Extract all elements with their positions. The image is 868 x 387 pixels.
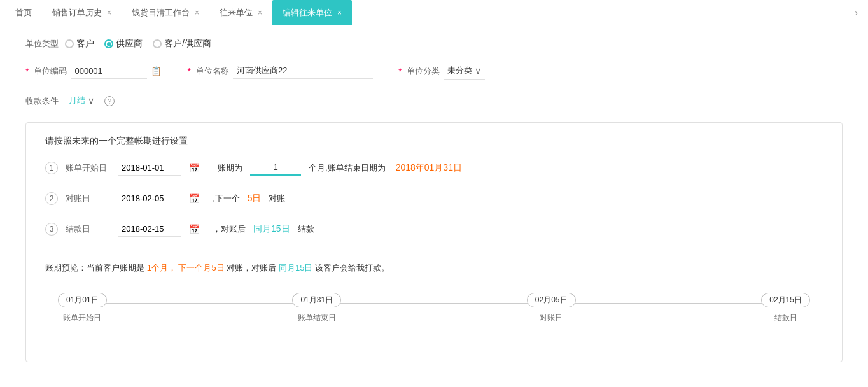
unit-category-label: 单位分类 — [407, 66, 440, 77]
unit-type-radio-group: 客户 供应商 客户/供应商 — [65, 38, 211, 50]
timeline-sub-3: 对账日 — [540, 313, 563, 323]
payment-terms-label: 收款条件 — [25, 95, 59, 107]
tab-sales-history[interactable]: 销售订单历史 × — [42, 0, 122, 25]
close-partner[interactable]: × — [258, 8, 262, 17]
reconcile-date-calendar-icon[interactable]: 📅 — [189, 194, 200, 204]
unit-code-group: * 单位编码 📋 — [25, 64, 162, 79]
radio-both[interactable]: 客户/供应商 — [153, 38, 211, 50]
period-end-date: 2018年01月31日 — [396, 162, 462, 174]
timeline-point-2: 01月31日 账单结束日 — [292, 293, 341, 323]
timeline-badge-2: 01月31日 — [292, 293, 341, 307]
timeline-point-4: 02月15日 结款日 — [761, 293, 810, 323]
preview-text: 账期预览：当前客户账期是 1个月， 下一个月5日 对账，对账后 同月15日 该客… — [45, 262, 823, 274]
tab-bar: 首页 销售订单历史 × 钱货日清工作台 × 往来单位 × 编辑往来单位 × › — [0, 0, 868, 25]
category-dropdown-icon: ∨ — [475, 66, 481, 76]
required-name: * — [187, 66, 190, 76]
tab-edit-partner[interactable]: 编辑往来单位 × — [272, 0, 352, 25]
timeline-sub-1: 账单开始日 — [63, 313, 101, 323]
timeline-point-3: 02月05日 对账日 — [527, 293, 576, 323]
settings-panel: 请按照未来的一个完整帐期进行设置 1 账单开始日 📅 账期为 个月,账单结束日期… — [25, 122, 843, 362]
payment-date-input[interactable] — [118, 222, 181, 237]
timeline-point-1: 01月01日 账单开始日 — [58, 293, 107, 323]
main-content: 单位类型 客户 供应商 客户/供应商 * 单位编码 📋 * 单位名称 — [0, 25, 868, 387]
unit-code-input[interactable] — [71, 64, 147, 79]
reconcile-suffix: 对账 — [269, 193, 285, 204]
timeline-points: 01月01日 账单开始日 01月31日 账单结束日 02月05日 — [58, 293, 810, 323]
payment-terms-dropdown[interactable]: 月结 ∨ — [65, 92, 98, 109]
unit-category-group: * 单位分类 未分类 ∨ — [398, 62, 485, 80]
timeline-sub-2: 账单结束日 — [298, 313, 336, 323]
close-cash-work[interactable]: × — [195, 8, 199, 17]
tab-cash-work[interactable]: 钱货日清工作台 × — [122, 0, 209, 25]
close-sales-history[interactable]: × — [107, 8, 111, 17]
tab-partner[interactable]: 往来单位 × — [209, 0, 272, 25]
payment-date-calendar-icon[interactable]: 📅 — [189, 224, 200, 234]
settings-title: 请按照未来的一个完整帐期进行设置 — [45, 136, 823, 147]
reconcile-highlight: 5日 — [248, 193, 262, 204]
tab-more-button[interactable]: › — [850, 8, 863, 18]
radio-circle-customer — [65, 39, 74, 48]
payment-prefix: ，对账后 — [213, 223, 246, 235]
unit-category-dropdown[interactable]: 未分类 ∨ — [444, 62, 485, 80]
payment-help-icon[interactable]: ? — [104, 96, 115, 106]
close-edit-partner[interactable]: × — [337, 8, 342, 17]
radio-supplier[interactable]: 供应商 — [104, 38, 143, 50]
period-value-input[interactable] — [250, 160, 301, 176]
tab-home[interactable]: 首页 — [5, 0, 42, 25]
preview-section: 账期预览：当前客户账期是 1个月， 下一个月5日 对账，对账后 同月15日 该客… — [45, 252, 823, 349]
unit-code-label: 单位编码 — [34, 66, 67, 77]
payment-dropdown-icon: ∨ — [88, 95, 94, 106]
setting-label-1: 账单开始日 — [66, 162, 110, 174]
start-date-calendar-icon[interactable]: 📅 — [189, 163, 200, 173]
setting-num-3: 3 — [45, 223, 58, 236]
period-unit-label: 个月,账单结束日期为 — [309, 162, 386, 174]
radio-circle-supplier — [104, 39, 113, 48]
setting-row-3: 3 结款日 📅 ，对账后 同月15日 结款 — [45, 222, 823, 237]
payment-terms-row: 收款条件 月结 ∨ ? — [25, 92, 843, 109]
unit-name-input[interactable] — [233, 64, 373, 79]
timeline-sub-4: 结款日 — [774, 313, 797, 323]
unit-name-group: * 单位名称 — [187, 64, 372, 79]
unit-name-label: 单位名称 — [196, 66, 229, 77]
required-category: * — [398, 66, 402, 76]
timeline-container: 01月01日 账单开始日 01月31日 账单结束日 02月05日 — [45, 286, 823, 349]
setting-row-1: 1 账单开始日 📅 账期为 个月,账单结束日期为 2018年01月31日 — [45, 160, 823, 176]
reconcile-date-input[interactable] — [118, 191, 181, 206]
unit-type-row: 单位类型 客户 供应商 客户/供应商 — [25, 38, 843, 50]
copy-icon[interactable]: 📋 — [151, 66, 162, 76]
radio-customer[interactable]: 客户 — [65, 38, 94, 50]
setting-row-2: 2 对账日 📅 ,下一个 5日 对账 — [45, 191, 823, 206]
payment-suffix: 结款 — [298, 223, 314, 235]
start-date-input[interactable] — [118, 160, 181, 176]
period-for-label: 账期为 — [218, 162, 242, 174]
unit-type-label: 单位类型 — [25, 38, 59, 50]
setting-num-1: 1 — [45, 162, 58, 174]
setting-label-2: 对账日 — [66, 193, 110, 204]
timeline-badge-3: 02月05日 — [527, 293, 576, 307]
reconcile-prefix: ,下一个 — [213, 193, 240, 204]
timeline-badge-1: 01月01日 — [58, 293, 107, 307]
radio-circle-both — [153, 39, 162, 48]
setting-num-2: 2 — [45, 192, 58, 205]
unit-info-row: * 单位编码 📋 * 单位名称 * 单位分类 未分类 ∨ — [25, 62, 843, 80]
required-code: * — [25, 66, 29, 76]
payment-highlight: 同月15日 — [253, 223, 290, 235]
timeline-badge-4: 02月15日 — [761, 293, 810, 307]
setting-label-3: 结款日 — [66, 223, 110, 235]
